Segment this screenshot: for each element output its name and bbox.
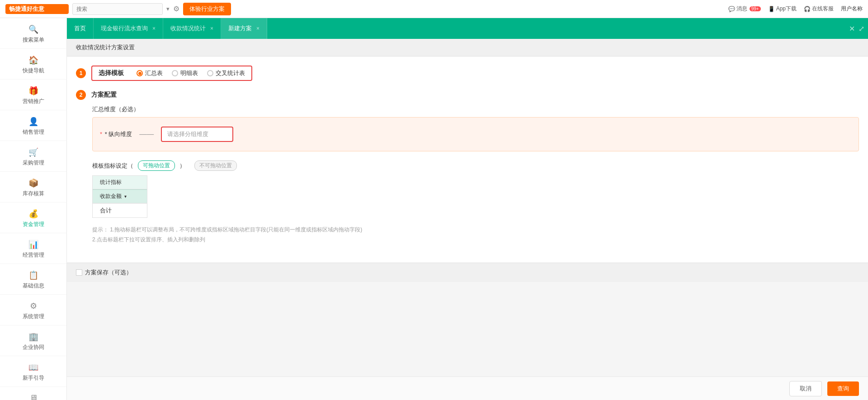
sidebar-item-label: 基础信息 [23, 282, 44, 290]
window-expand-btn[interactable]: ⤢ [859, 24, 864, 33]
radio-summary[interactable]: 汇总表 [137, 69, 163, 77]
window-close-btn[interactable]: ✕ [849, 24, 855, 33]
user-name[interactable]: 用户名称 [841, 5, 863, 13]
indicator-table-header: 统计指标 [93, 176, 147, 189]
radio-summary-label: 汇总表 [145, 69, 163, 77]
tab-home-label: 首页 [74, 24, 86, 33]
hardware-icon: 🖥 [29, 393, 38, 400]
tab-bank-flow[interactable]: 现金银行流水查询 × [94, 18, 163, 39]
sidebar-item-label: 库存核算 [23, 190, 44, 198]
guide-icon: 📖 [28, 362, 38, 372]
dimension-select[interactable]: 请选择分组维度 [161, 127, 233, 142]
main-layout: 🔍 搜索菜单 🏠 快捷导航 🎁 营销推广 👤 销售管理 🛒 采购管理 📦 库存核… [0, 18, 868, 400]
radio-summary-circle [137, 70, 143, 76]
message-btn[interactable]: 💬 消息 99+ [728, 5, 761, 13]
sidebar-item-hardware[interactable]: 🖥 智能硬件 [0, 387, 66, 400]
indicator-table: 统计指标 收款金额 ▾ 合计 [92, 175, 147, 218]
search-menu-icon: 🔍 [28, 24, 38, 34]
sidebar-item-label: 资金管理 [23, 221, 44, 228]
sidebar-item-finance[interactable]: 💰 资金管理 [0, 202, 66, 233]
template-radio-group: 选择模板 汇总表 明细表 交叉统计表 [91, 66, 252, 81]
sales-icon: 👤 [28, 117, 38, 127]
dimension-arrow: —— [139, 130, 154, 138]
tab-bank-flow-label: 现金银行流水查询 [101, 24, 148, 33]
sidebar-item-search-menu[interactable]: 🔍 搜索菜单 [0, 18, 66, 49]
purchase-icon: 🛒 [28, 147, 38, 157]
download-icon: 📱 [768, 6, 775, 12]
tab-collection-stat-label: 收款情况统计 [170, 24, 206, 33]
message-badge: 99+ [750, 6, 761, 11]
sidebar-item-guide[interactable]: 📖 新手引导 [0, 356, 66, 387]
sidebar-item-label: 经营管理 [23, 251, 44, 259]
sidebar-item-label: 快捷导航 [23, 67, 44, 75]
sidebar-item-label: 采购管理 [23, 159, 44, 167]
sidebar-item-operations[interactable]: 📊 经营管理 [0, 233, 66, 264]
tab-collection-stat[interactable]: 收款情况统计 × [163, 18, 221, 39]
step2-title: 方案配置 [91, 91, 117, 99]
basics-icon: 📋 [28, 270, 38, 280]
query-button[interactable]: 查询 [827, 381, 859, 396]
column-header[interactable]: 收款金额 ▾ [93, 189, 147, 203]
message-icon: 💬 [728, 6, 735, 12]
radio-crosstab[interactable]: 交叉统计表 [207, 69, 245, 77]
radio-detail[interactable]: 明细表 [172, 69, 198, 77]
sidebar-item-basics[interactable]: 📋 基础信息 [0, 264, 66, 295]
save-checkbox-label: 方案保存（可选） [85, 268, 132, 277]
step1-row: 1 选择模板 汇总表 明细表 [76, 66, 859, 81]
collab-icon: 🏢 [28, 332, 38, 342]
dropdown-icon[interactable]: ▾ [166, 5, 170, 12]
page-header: 收款情况统计方案设置 [67, 39, 868, 56]
indicator-label-row: 模板指标设定（ 可拖动位置 ） 不可拖动位置 [92, 160, 859, 171]
indicator-table-cell: 合计 [93, 203, 147, 217]
sidebar-item-purchase[interactable]: 🛒 采购管理 [0, 141, 66, 172]
edition-badge: 标准版 [48, 6, 65, 12]
sidebar-item-marketing[interactable]: 🎁 营销推广 [0, 80, 66, 110]
sidebar-item-label: 系统管理 [23, 313, 44, 320]
search-input[interactable] [72, 3, 163, 15]
sidebar-item-label: 营销推广 [23, 98, 44, 105]
tips-section: 提示： 1.拖动标题栏可以调整布局，不可跨维度或指标区域拖动栏目字段(只能在同一… [92, 225, 859, 245]
step2-row: 2 方案配置 [76, 90, 859, 100]
tab-home[interactable]: 首页 [67, 18, 94, 39]
vertical-dimension-label: * * 纵向维度 [100, 130, 132, 138]
download-btn[interactable]: 📱 App下载 [768, 5, 797, 13]
tab-spacer [267, 18, 845, 39]
tabbar: 首页 现金银行流水查询 × 收款情况统计 × 新建方案 × ✕ ⤢ [67, 18, 868, 39]
page-body: 1 选择模板 汇总表 明细表 [67, 56, 868, 263]
industry-btn[interactable]: 体验行业方案 [183, 3, 231, 15]
sidebar-item-system[interactable]: ⚙ 系统管理 [0, 295, 66, 325]
page-header-title: 收款情况统计方案设置 [76, 44, 135, 51]
sidebar: 🔍 搜索菜单 🏠 快捷导航 🎁 营销推广 👤 销售管理 🛒 采购管理 📦 库存核… [0, 18, 67, 400]
sidebar-item-label: 企业协同 [23, 344, 44, 351]
step2-number: 2 [76, 90, 86, 100]
step2-content: 汇总维度（必选） * * 纵向维度 —— 请选择分组维度 [76, 105, 859, 245]
quick-nav-icon: 🏠 [28, 55, 38, 65]
settings-icon[interactable]: ⚙ [173, 5, 179, 13]
topbar-actions: 💬 消息 99+ 📱 App下载 🎧 在线客服 用户名称 [728, 5, 863, 13]
sidebar-item-sales[interactable]: 👤 销售管理 [0, 110, 66, 141]
tab-new-plan[interactable]: 新建方案 × [221, 18, 267, 39]
tip-line-1: 提示： 1.拖动标题栏可以调整布局，不可跨维度或指标区域拖动栏目字段(只能在同一… [92, 225, 859, 235]
tab-collection-stat-close[interactable]: × [210, 25, 213, 32]
dimension-area: * * 纵向维度 —— 请选择分组维度 [92, 117, 859, 151]
movable-tag[interactable]: 可拖动位置 [138, 160, 175, 171]
not-movable-tag: 不可拖动位置 [194, 160, 237, 171]
radio-crosstab-circle [207, 70, 213, 76]
save-checkbox[interactable]: 方案保存（可选） [76, 268, 132, 277]
service-btn[interactable]: 🎧 在线客服 [804, 5, 834, 13]
cancel-button[interactable]: 取消 [789, 381, 822, 396]
tip-line-2: 2.点击标题栏下拉可设置排序、插入列和删除列 [92, 235, 859, 245]
tab-new-plan-close[interactable]: × [256, 25, 259, 32]
dimension-row: * * 纵向维度 —— 请选择分组维度 [100, 127, 851, 142]
radio-detail-label: 明细表 [180, 69, 198, 77]
finance-icon: 💰 [28, 209, 38, 219]
sidebar-item-collab[interactable]: 🏢 企业协同 [0, 325, 66, 356]
sidebar-item-quick-nav[interactable]: 🏠 快捷导航 [0, 49, 66, 80]
dimension-section-label: 汇总维度（必选） [92, 105, 859, 113]
sidebar-item-inventory[interactable]: 📦 库存核算 [0, 172, 66, 202]
page-footer: 方案保存（可选） [67, 263, 868, 282]
topbar: 畅捷通好生意 标准版 ▾ ⚙ 体验行业方案 💬 消息 99+ 📱 App下载 🎧… [0, 0, 868, 18]
step1-title: 选择模板 [99, 69, 124, 77]
tab-bank-flow-close[interactable]: × [152, 25, 156, 32]
step1-section: 1 选择模板 汇总表 明细表 [76, 66, 859, 81]
